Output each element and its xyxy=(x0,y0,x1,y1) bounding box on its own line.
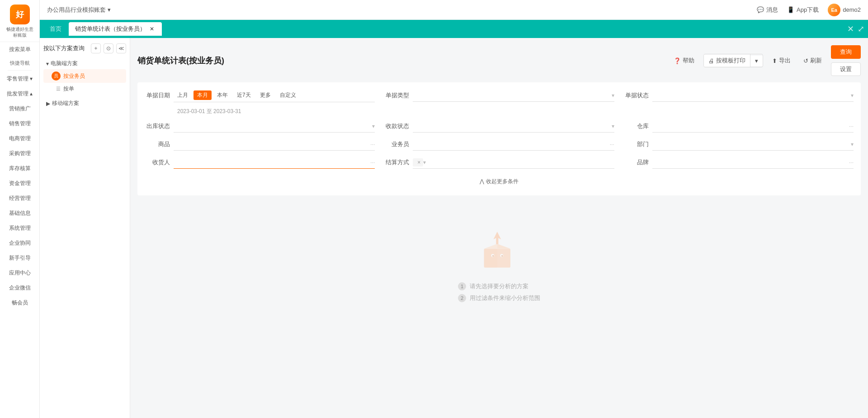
collapse-more-btn[interactable]: ⋀ 收起更多条件 xyxy=(145,174,854,189)
settlement-control[interactable]: × ▾ xyxy=(413,156,614,169)
doc-type-dropdown-icon: ▾ xyxy=(612,92,614,99)
expand-icon-mobile: ▶ xyxy=(46,100,50,107)
add-scheme-btn[interactable]: + xyxy=(91,43,101,53)
scheme-group-mobile-header[interactable]: ▶ 移动端方案 xyxy=(43,98,126,109)
settings-btn[interactable]: 设置 xyxy=(831,62,861,76)
filter-settlement: 结算方式 × ▾ xyxy=(384,156,614,169)
sidebar-item-system[interactable]: 系统管理 xyxy=(0,221,39,236)
date-last-month[interactable]: 上月 xyxy=(174,90,192,100)
sidebar-item-member[interactable]: 畅会员 xyxy=(0,295,39,310)
tab-close-window-btn[interactable]: ✕ xyxy=(847,24,854,34)
print-dropdown-btn[interactable]: ▾ xyxy=(750,56,763,66)
user-menu[interactable]: Ea demo2 xyxy=(828,4,861,16)
date-custom[interactable]: 自定义 xyxy=(276,90,300,100)
date-this-month[interactable]: 本月 xyxy=(193,90,212,100)
sidebar-item-corp-collab[interactable]: 企业协同 xyxy=(0,236,39,251)
brand-more-icon: ··· xyxy=(849,159,854,166)
empty-tip-2: 2 用过滤条件来缩小分析范围 xyxy=(458,294,540,302)
doc-status-control[interactable]: ▾ xyxy=(652,89,854,102)
sidebar: 好 畅捷通好生意 标账版 搜索菜单 快捷导航 零售管理 ▾ 批发管理 ▴ 营销推… xyxy=(0,0,40,418)
scheme-by-order[interactable]: ☰ 按单 xyxy=(43,83,126,95)
collapse-panel-btn[interactable]: ≪ xyxy=(116,43,126,53)
settlement-tag-close[interactable]: × xyxy=(417,159,420,166)
edit-scheme-btn[interactable]: ⊙ xyxy=(104,43,113,53)
mobile-group-label: 移动端方案 xyxy=(52,100,79,107)
receive-status-control[interactable]: ▾ xyxy=(413,120,614,133)
print-btn[interactable]: 🖨 按模板打印 xyxy=(704,55,750,66)
recipient-label: 收货人 xyxy=(145,158,170,166)
scheme-by-salesperson[interactable]: 员 按业务员 xyxy=(43,69,126,83)
message-action[interactable]: 💬 消息 xyxy=(757,6,778,14)
date-last-7days[interactable]: 近7天 xyxy=(233,90,255,100)
help-btn[interactable]: ❓ 帮助 xyxy=(670,55,698,66)
settlement-tag: × xyxy=(413,158,423,166)
tip-num-2: 2 xyxy=(458,294,466,302)
refresh-label: 刷新 xyxy=(810,57,822,65)
sidebar-item-finance[interactable]: 资金管理 xyxy=(0,176,39,191)
filter-recipient: 收货人 ··· xyxy=(145,156,375,169)
sidebar-item-operations[interactable]: 经营管理 xyxy=(0,191,39,206)
message-icon: 💬 xyxy=(757,6,764,13)
sidebar-item-ecom[interactable]: 电商管理 xyxy=(0,131,39,146)
date-control[interactable]: 上月 本月 本年 近7天 更多 自定义 xyxy=(174,89,375,102)
sidebar-item-basic-info[interactable]: 基础信息 xyxy=(0,206,39,221)
tab-sales-report-label: 销货单统计表（按业务员） xyxy=(75,25,146,33)
sidebar-divider-1 xyxy=(8,70,31,71)
sidebar-item-sales[interactable]: 销售管理 xyxy=(0,116,39,131)
tip-num-1: 1 xyxy=(458,282,466,290)
tab-sales-report[interactable]: 销货单统计表（按业务员） ✕ xyxy=(69,22,162,36)
scheme-group-desktop-header[interactable]: ▾ 电脑端方案 xyxy=(43,58,126,69)
sidebar-item-newbie[interactable]: 新手引导 xyxy=(0,251,39,266)
settlement-dropdown-icon: ▾ xyxy=(423,159,426,166)
sidebar-item-purchase[interactable]: 采购管理 xyxy=(0,146,39,161)
top-bar: 办公用品行业模拟账套 ▾ 💬 消息 📱 App下载 Ea demo2 xyxy=(40,0,868,20)
scheme-by-order-label: 按单 xyxy=(63,85,74,93)
sidebar-quick-nav[interactable]: 快捷导航 xyxy=(0,57,39,69)
date-this-year[interactable]: 本年 xyxy=(213,90,231,100)
tip-2-text: 用过滤条件来缩小分析范围 xyxy=(470,294,540,302)
refresh-btn[interactable]: ↺ 刷新 xyxy=(800,55,826,66)
doc-type-control[interactable]: ▾ xyxy=(413,89,614,102)
top-bar-right: 💬 消息 📱 App下载 Ea demo2 xyxy=(757,4,861,16)
page-actions: ❓ 帮助 🖨 按模板打印 ▾ ⬆ 导出 xyxy=(670,45,861,76)
sidebar-item-marketing[interactable]: 营销推广 xyxy=(0,101,39,116)
print-label: 按模板打印 xyxy=(716,57,745,65)
receive-status-label: 收款状态 xyxy=(384,122,409,130)
out-status-control[interactable]: ▾ xyxy=(174,120,375,133)
sidebar-item-inventory[interactable]: 库存核算 xyxy=(0,161,39,176)
svg-point-8 xyxy=(492,255,494,256)
date-label: 单据日期 xyxy=(145,91,170,100)
sidebar-item-app-center[interactable]: 应用中心 xyxy=(0,266,39,280)
svg-rect-3 xyxy=(484,249,497,268)
export-btn[interactable]: ⬆ 导出 xyxy=(769,55,794,66)
brand-control[interactable]: ··· xyxy=(652,156,854,169)
help-label: 帮助 xyxy=(683,57,694,65)
content-area: 按以下方案查询 + ⊙ ≪ ▾ 电脑端方案 员 按业务员 ☰ xyxy=(40,38,868,418)
recipient-control[interactable]: ··· xyxy=(174,156,375,169)
tab-home[interactable]: 首页 xyxy=(43,22,68,36)
collapse-label: 收起更多条件 xyxy=(486,178,519,185)
brand-label: 品牌 xyxy=(623,158,649,166)
warehouse-control[interactable]: ··· xyxy=(652,120,854,133)
recipient-more-icon: ··· xyxy=(370,159,375,166)
page-title: 销货单统计表(按业务员) xyxy=(137,55,224,66)
salesperson-control[interactable]: ··· xyxy=(413,138,614,151)
date-range-text: 2023-03-01 至 2023-03-31 xyxy=(177,108,241,115)
app-download-action[interactable]: 📱 App下载 xyxy=(787,6,819,14)
department-control[interactable]: ▾ xyxy=(652,138,854,151)
sidebar-search[interactable]: 搜索菜单 xyxy=(0,42,39,57)
svg-marker-1 xyxy=(484,244,497,249)
goods-control[interactable]: ··· xyxy=(174,138,375,151)
page-title-bar: 销货单统计表(按业务员) ❓ 帮助 🖨 按模板打印 ▾ xyxy=(137,45,861,76)
sidebar-item-wholesale[interactable]: 批发管理 ▴ xyxy=(0,86,39,101)
date-more[interactable]: 更多 xyxy=(256,90,274,100)
sidebar-item-corp-wechat[interactable]: 企业微信 xyxy=(0,280,39,295)
sidebar-item-retail[interactable]: 零售管理 ▾ xyxy=(0,71,39,86)
svg-marker-2 xyxy=(497,244,510,249)
tab-close-icon[interactable]: ✕ xyxy=(148,25,156,33)
doc-status-label: 单据状态 xyxy=(623,91,649,100)
app-name-dropdown[interactable]: 办公用品行业模拟账套 ▾ xyxy=(47,6,111,14)
query-btn[interactable]: 查询 xyxy=(831,45,861,59)
sidebar-logo[interactable]: 好 畅捷通好生意 标账版 xyxy=(0,0,39,42)
tab-expand-btn[interactable]: ⤢ xyxy=(858,24,864,34)
